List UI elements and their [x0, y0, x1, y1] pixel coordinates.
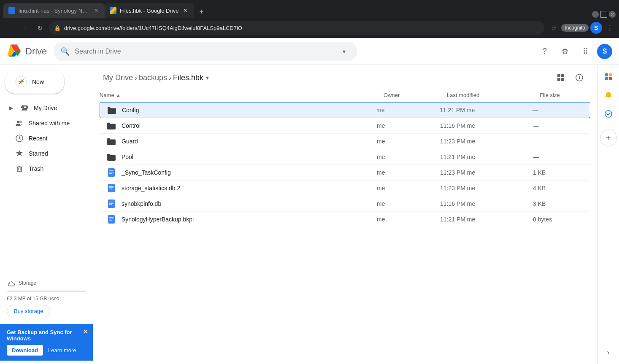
file-name: Config: [122, 107, 139, 113]
col-size-header[interactable]: File size: [540, 92, 590, 98]
file-row[interactable]: _Syno_TaskConfig me 11:23 PM me 1 KB: [100, 165, 590, 181]
drive-logo[interactable]: Drive: [7, 44, 47, 59]
svg-rect-36: [605, 77, 608, 80]
new-button[interactable]: New: [5, 70, 64, 94]
file-size: —: [533, 154, 584, 160]
sidebar-item-starred[interactable]: Starred: [0, 146, 86, 161]
tab-drive-title: Files.hbk - Google Drive: [120, 8, 178, 14]
sidebar-item-trash[interactable]: Trash: [0, 161, 86, 176]
svg-point-5: [17, 121, 19, 123]
file-list-header: Name ▲ Owner Last modified File size: [93, 89, 597, 102]
file-row[interactable]: storage_statistics.db.2 me 11:23 PM me 4…: [100, 181, 590, 196]
file-row[interactable]: SynologyHyperBackup.bkpi me 11:21 PM me …: [100, 212, 590, 227]
expand-icon: ▶: [7, 104, 15, 112]
breadcrumb-my-drive[interactable]: My Drive: [103, 73, 133, 82]
menu-button[interactable]: ⋮: [604, 22, 616, 34]
file-owner: me: [377, 138, 440, 145]
file-type-icon: [106, 183, 116, 193]
sidebar-item-shared[interactable]: Shared with me: [0, 116, 86, 131]
file-row[interactable]: Config me 11:21 PM me —: [100, 102, 590, 118]
new-button-label: New: [32, 78, 44, 85]
right-panel-expand-button[interactable]: ›: [600, 344, 617, 361]
svg-rect-18: [108, 168, 115, 177]
maximize-button[interactable]: [600, 11, 607, 18]
address-bar[interactable]: 🔒 drive.google.com/drive/folders/1Uc47HS…: [49, 21, 544, 35]
sidebar-item-recent[interactable]: Recent: [0, 131, 86, 146]
file-modified: 11:21 PM me: [440, 216, 533, 223]
backup-download-button[interactable]: Download: [7, 345, 43, 356]
right-panel: + ›: [597, 65, 619, 364]
settings-button[interactable]: ⚙: [557, 43, 573, 60]
sidebar-item-recent-label: Recent: [29, 135, 47, 142]
new-tab-button[interactable]: +: [195, 6, 207, 18]
breadcrumb-backups[interactable]: backups: [139, 73, 167, 82]
new-button-wrapper: New: [5, 70, 88, 94]
search-filter-button[interactable]: ▾: [337, 45, 351, 58]
synology-favicon: [8, 7, 15, 14]
right-panel-notifications-button[interactable]: [600, 87, 617, 104]
file-row[interactable]: synobkpinfo.db me 11:16 PM me 3 KB: [100, 196, 590, 212]
breadcrumb-dropdown-button[interactable]: ▾: [206, 74, 209, 81]
apps-button[interactable]: ⠿: [577, 43, 594, 60]
bookmark-button[interactable]: ☆: [548, 22, 560, 34]
recent-icon: [15, 134, 24, 143]
file-row[interactable]: Pool me 11:21 PM me —: [100, 149, 590, 165]
sidebar-item-shared-label: Shared with me: [29, 120, 70, 127]
banner-close-button[interactable]: ✕: [81, 327, 89, 336]
file-icon: [108, 183, 115, 193]
file-type-icon: [106, 136, 116, 146]
close-button[interactable]: ✕: [609, 11, 616, 18]
storage-bar-fill: [7, 291, 7, 292]
col-name-header[interactable]: Name ▲: [100, 92, 384, 98]
backup-sync-banner: ✕ Get Backup and Sync for Windows Downlo…: [0, 324, 93, 361]
file-row[interactable]: Control me 11:16 PM me —: [100, 118, 590, 134]
grid-view-button[interactable]: [553, 70, 568, 85]
search-input[interactable]: [75, 48, 332, 55]
sidebar-item-my-drive-label: My Drive: [34, 105, 57, 111]
file-modified: 11:23 PM me: [440, 169, 533, 176]
col-owner-header[interactable]: Owner: [384, 92, 447, 98]
sidebar-item-trash-label: Trash: [29, 165, 43, 172]
file-modified: 11:21 PM me: [440, 107, 533, 113]
drive-favicon: [110, 7, 116, 14]
file-name: synobkpinfo.db: [122, 200, 161, 207]
backup-learn-button[interactable]: Learn more: [46, 345, 78, 356]
file-modifier: me: [467, 154, 475, 160]
forward-button[interactable]: →: [19, 22, 30, 34]
info-view-button[interactable]: [572, 70, 587, 85]
file-modified: 11:23 PM me: [440, 185, 533, 191]
svg-rect-17: [579, 77, 580, 79]
search-bar[interactable]: 🔍 ▾: [54, 42, 357, 61]
reload-button[interactable]: ↻: [34, 22, 46, 34]
tab-synology-close[interactable]: ✕: [93, 7, 100, 14]
right-panel-apps-button[interactable]: [600, 68, 617, 85]
security-icon: 🔒: [54, 25, 61, 31]
right-panel-activity-button[interactable]: [600, 105, 617, 122]
user-avatar[interactable]: S: [597, 44, 612, 59]
file-modifier: me: [467, 122, 475, 129]
back-button[interactable]: ←: [3, 22, 15, 34]
svg-rect-22: [108, 184, 115, 192]
sidebar-item-my-drive[interactable]: ▶ My Drive: [0, 100, 86, 116]
col-modified-header[interactable]: Last modified: [447, 92, 540, 98]
drive-logo-text: Drive: [25, 46, 47, 57]
file-owner: me: [377, 154, 440, 160]
file-size: 3 KB: [533, 200, 584, 207]
profile-avatar[interactable]: S: [590, 22, 602, 34]
breadcrumb-current[interactable]: Files.hbk: [173, 73, 203, 82]
file-row[interactable]: Guard me 11:23 PM me —: [100, 134, 590, 149]
minimize-button[interactable]: [592, 11, 599, 18]
buy-storage-button[interactable]: Buy storage: [7, 305, 50, 317]
file-type-icon: [106, 199, 116, 209]
file-size: —: [533, 122, 584, 129]
right-panel-add-button[interactable]: +: [600, 129, 617, 146]
folder-icon: [107, 122, 116, 129]
help-button[interactable]: ?: [536, 43, 553, 60]
breadcrumb-sep-1: ›: [135, 73, 137, 82]
tab-drive[interactable]: Files.hbk - Google Drive ✕: [105, 3, 194, 18]
file-modified: 11:16 PM me: [440, 200, 533, 207]
url-display: drive.google.com/drive/folders/1Uc47HSQ4…: [64, 25, 539, 31]
svg-point-6: [19, 121, 22, 123]
tab-synology[interactable]: linuxhint-nas - Synology NAS ✕: [3, 3, 105, 18]
tab-drive-close[interactable]: ✕: [182, 7, 189, 14]
